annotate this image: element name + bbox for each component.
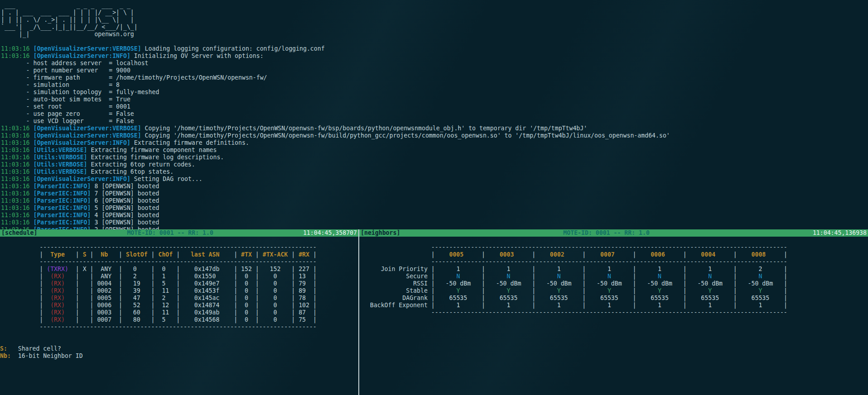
pipe: |	[0, 316, 43, 323]
row-label: BackOff Exponent	[359, 302, 431, 309]
log-tag: [OpenVisualizerServer:VERBOSE]	[33, 125, 141, 132]
log-tag: [Utils:VERBOSE]	[33, 168, 87, 175]
pipe: |	[234, 302, 237, 309]
log-option-line: - use page zero = False	[1, 110, 134, 117]
pipe: |	[0, 295, 43, 301]
pipe: |	[482, 287, 485, 294]
cell: 78	[295, 295, 313, 301]
pipe: |	[784, 280, 787, 287]
pipe: |	[532, 266, 535, 272]
cell-type: (RX)	[43, 280, 75, 287]
log-line: - port number server = 9000	[1, 67, 868, 74]
log-timestamp: 11:03:16	[1, 205, 33, 211]
pipe: |	[431, 287, 435, 294]
pipe: |	[683, 295, 687, 301]
pipe: |	[119, 316, 122, 323]
neighbor-id-header: 0003	[485, 251, 532, 258]
pipe: |	[76, 273, 79, 280]
log-pane[interactable]: ___ _ _ _ ___ _ _ | . | ___ ___ ___ | | …	[0, 0, 868, 229]
pipe: |	[784, 302, 787, 309]
cell: 152	[237, 266, 256, 272]
log-option-line: - auto-boot sim motes = True	[1, 96, 130, 103]
log-option-line: - simulation = 8	[1, 81, 120, 88]
pipe: |	[176, 280, 180, 287]
cell: 12	[155, 302, 177, 309]
schedule-pane[interactable]: [schedule] MOTE-ID: 0001 -- RR: 1.0 11:0…	[0, 229, 358, 395]
pipe: |	[313, 316, 317, 323]
neighbor-id-header: 0007	[586, 251, 632, 258]
cell	[79, 287, 90, 294]
cell: 152	[259, 266, 291, 272]
table-border: ----------------------------------------…	[359, 258, 868, 266]
pipe: |	[313, 273, 317, 280]
pipe: |	[76, 287, 79, 294]
border-dashes: ----------------------------------------…	[0, 244, 317, 251]
pipe: |	[176, 309, 180, 316]
cell: ANY	[93, 266, 119, 272]
terminal-screen: ___ _ _ _ ___ _ _ | . | ___ ___ ___ | | …	[0, 0, 868, 395]
schedule-mote-info: MOTE-ID: 0001 -- RR: 1.0	[37, 229, 303, 237]
pipe: |	[0, 251, 43, 258]
cell: 1	[737, 302, 784, 309]
column-header: Type	[43, 251, 75, 258]
log-option-line: - simulation topology = fully-meshed	[1, 89, 159, 95]
column-header: S	[79, 251, 90, 258]
column-header: Nb	[93, 251, 119, 258]
pipe: |	[176, 266, 180, 272]
cell: -50 dBm	[435, 280, 482, 287]
legend-line: Nb: 16-bit Neighbor ID	[0, 352, 358, 360]
pipe: |	[431, 302, 435, 309]
log-timestamp: 11:03:16	[1, 197, 33, 204]
pipe: |	[151, 316, 155, 323]
neighbors-clock: 11:04:45,136938	[813, 229, 867, 237]
cell: Y	[687, 287, 733, 294]
cell: 0005	[93, 295, 119, 301]
pipe: |	[76, 309, 79, 316]
log-tag: [ParserIEC:INFO]	[33, 219, 91, 226]
table-header-row: | Type | S | Nb | SlotOf | ChOf | last A…	[0, 251, 358, 258]
cell: 11	[155, 309, 177, 316]
log-timestamp: 11:03:16	[1, 168, 33, 175]
cell: 0	[259, 273, 291, 280]
pipe: |	[119, 287, 122, 294]
table-row: DAGrank | 65535 | 65535 | 65535 | 65535 …	[359, 295, 868, 302]
log-timestamp: 11:03:16	[1, 147, 33, 153]
blank-line	[0, 338, 358, 345]
table-row: | (RX) | | ANY | 2 | 1 | 0x1550 | 0 | 0 …	[0, 273, 358, 280]
pipe: |	[683, 302, 687, 309]
cell-type: (RX)	[43, 287, 75, 294]
pipe: |	[119, 302, 122, 309]
cell: Y	[636, 287, 683, 294]
neighbors-pane[interactable]: [neighbors] MOTE-ID: 0001 -- RR: 1.0 11:…	[359, 229, 868, 395]
column-header: SlotOf	[122, 251, 151, 258]
table-row: | (RX) | | 0006 | 52 | 12 | 0x14874 | 0 …	[0, 302, 358, 309]
cell: 0003	[93, 309, 119, 316]
cell: 1	[155, 273, 177, 280]
cell: 0x145ac	[180, 295, 234, 301]
log-timestamp: 11:03:16	[1, 183, 33, 190]
pipe: |	[733, 280, 737, 287]
log-timestamp: 11:03:16	[1, 219, 33, 226]
cell: 102	[295, 302, 313, 309]
log-tag: [ParserIEC:INFO]	[33, 183, 91, 190]
pipe: |	[256, 309, 259, 316]
log-line: - use page zero = False	[1, 110, 868, 118]
pipe: |	[733, 302, 737, 309]
cell: 1	[485, 266, 532, 272]
pipe: |	[683, 273, 687, 280]
pipe: |	[256, 273, 259, 280]
pipe: |	[256, 316, 259, 323]
table-row: Stable | Y | Y | Y | Y | Y | Y | Y |	[359, 287, 868, 295]
cell: 0x149e7	[180, 280, 234, 287]
log-option-line: - set root = 0001	[1, 103, 130, 110]
cell: 0004	[93, 280, 119, 287]
log-timestamp: 11:03:16	[1, 45, 33, 52]
log-line: - simulation topology = fully-meshed	[1, 89, 868, 96]
pipe: |	[256, 302, 259, 309]
log-line: 11:03:16 [Utils:VERBOSE] Extracting firm…	[1, 154, 868, 161]
table-border: ----------------------------------------…	[0, 258, 358, 266]
pipe: |	[683, 287, 687, 294]
cell: 5	[155, 316, 177, 323]
log-line: 11:03:16 [ParserIEC:INFO] 2 [OPENWSN] bo…	[1, 226, 868, 229]
pipe: |	[784, 266, 787, 272]
